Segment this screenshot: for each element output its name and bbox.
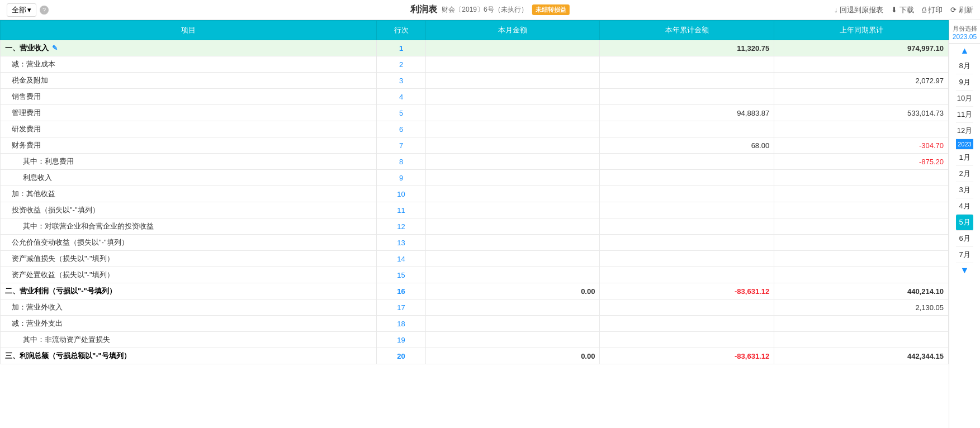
table-row: 财务费用768.00-304.70 <box>1 137 949 154</box>
row-name-cell: 其中：对联营企业和合营企业的投资收益 <box>1 218 377 235</box>
ytd-cell <box>600 89 774 105</box>
row-number-cell: 3 <box>377 73 425 89</box>
row-name-cell: 其中：非流动资产处置损失 <box>1 332 377 348</box>
ytd-cell <box>600 202 774 218</box>
row-name-cell: 三、利润总额（亏损总额以"-"号填列） <box>1 348 377 364</box>
row-number-cell: 20 <box>377 348 425 364</box>
col-header-name: 项目 <box>1 21 377 40</box>
month-item[interactable]: 10月 <box>956 91 973 107</box>
month-sidebar-title: 月份选择 2023.05 <box>949 22 980 44</box>
row-name-cell: 销售费用 <box>1 89 377 105</box>
current-month-cell: 0.00 <box>425 283 600 299</box>
current-month-cell: 0.00 <box>425 348 600 364</box>
row-name-cell: 减：营业外支出 <box>1 316 377 332</box>
row-number-cell: 5 <box>377 105 425 121</box>
month-down-arrow[interactable]: ▼ <box>949 263 980 278</box>
month-up-arrow[interactable]: ▲ <box>949 44 980 58</box>
ytd-cell: 94,883.87 <box>600 105 774 121</box>
chevron-down-icon: ▾ <box>27 6 31 14</box>
table-row: 其中：非流动资产处置损失19 <box>1 332 949 348</box>
month-item[interactable]: 5月 <box>956 215 973 231</box>
row-name-cell: 资产处置收益（损失以"-"填列） <box>1 267 377 283</box>
prior-year-cell: 2,072.97 <box>774 73 949 89</box>
edit-icon[interactable]: ✎ <box>52 44 58 52</box>
prior-year-cell <box>774 218 949 235</box>
ytd-cell <box>600 154 774 170</box>
table-row: 资产处置收益（损失以"-"填列）15 <box>1 267 949 283</box>
month-item[interactable]: 9月 <box>956 74 973 91</box>
col-header-current: 本月金额 <box>425 21 600 40</box>
current-month-cell <box>425 299 600 316</box>
top-bar: 全部 ▾ ? 利润表 财会〔2019〕6号（未执行） 未结转损益 ↓ 回退到原报… <box>0 0 980 20</box>
print-button[interactable]: ⎙ 打印 <box>922 5 943 15</box>
main-container: 项目 行次 本月金额 本年累计金额 上年同期累计 一、营业收入✎111,320.… <box>0 20 980 428</box>
table-row: 管理费用594,883.87533,014.73 <box>1 105 949 121</box>
current-month-cell <box>425 251 600 267</box>
ytd-cell <box>600 267 774 283</box>
ytd-cell <box>600 56 774 73</box>
row-name-cell: 管理费用 <box>1 105 377 121</box>
ytd-cell <box>600 316 774 332</box>
current-month-cell <box>425 56 600 73</box>
prior-year-cell: 533,014.73 <box>774 105 949 121</box>
row-name-cell: 加：营业外收入 <box>1 299 377 316</box>
prior-year-cell <box>774 202 949 218</box>
month-item[interactable]: 8月 <box>956 58 973 74</box>
row-name-cell: 研发费用 <box>1 121 377 137</box>
prior-year-cell <box>774 170 949 186</box>
current-month-cell <box>425 105 600 121</box>
row-number-cell: 11 <box>377 202 425 218</box>
refresh-button[interactable]: ⟳ 刷新 <box>950 5 973 15</box>
ytd-cell <box>600 73 774 89</box>
prior-year-cell: 974,997.10 <box>774 40 949 56</box>
month-item[interactable]: 4月 <box>956 198 973 215</box>
month-item[interactable]: 2023 <box>956 139 973 150</box>
ytd-cell <box>600 121 774 137</box>
all-button[interactable]: 全部 ▾ <box>7 3 36 17</box>
prior-year-cell: 2,130.05 <box>774 299 949 316</box>
prior-year-cell <box>774 56 949 73</box>
current-month-cell <box>425 186 600 202</box>
ytd-cell <box>600 170 774 186</box>
current-month-cell <box>425 332 600 348</box>
row-name-cell: 加：其他收益 <box>1 186 377 202</box>
current-month-cell <box>425 316 600 332</box>
month-item[interactable]: 6月 <box>956 231 973 247</box>
prior-year-cell <box>774 186 949 202</box>
row-name-cell: 财务费用 <box>1 137 377 154</box>
prior-year-cell <box>774 316 949 332</box>
month-item[interactable]: 12月 <box>956 123 973 139</box>
month-item[interactable]: 11月 <box>956 107 973 123</box>
back-button[interactable]: ↓ 回退到原报表 <box>834 5 883 15</box>
month-item[interactable]: 1月 <box>956 150 973 166</box>
month-item[interactable]: 3月 <box>956 182 973 198</box>
report-title: 利润表 <box>410 4 437 16</box>
page-title-area: 利润表 财会〔2019〕6号（未执行） 未结转损益 <box>410 4 569 16</box>
row-number-cell: 17 <box>377 299 425 316</box>
table-row: 加：营业外收入172,130.05 <box>1 299 949 316</box>
current-month-cell <box>425 235 600 251</box>
table-row: 研发费用6 <box>1 121 949 137</box>
month-item[interactable]: 2月 <box>956 166 973 182</box>
help-icon[interactable]: ? <box>40 6 49 15</box>
row-name-cell: 税金及附加 <box>1 73 377 89</box>
row-name-cell: 资产减值损失（损失以"-"填列） <box>1 251 377 267</box>
row-number-cell: 10 <box>377 186 425 202</box>
row-name-cell: 减：营业成本 <box>1 56 377 73</box>
table-row: 投资收益（损失以"-"填列）11 <box>1 202 949 218</box>
table-row: 减：营业成本2 <box>1 56 949 73</box>
row-number-cell: 18 <box>377 316 425 332</box>
table-row: 二、营业利润（亏损以"-"号填列）160.00-83,631.12440,214… <box>1 283 949 299</box>
current-month-cell <box>425 137 600 154</box>
row-number-cell: 4 <box>377 89 425 105</box>
table-row: 加：其他收益10 <box>1 186 949 202</box>
table-row: 三、利润总额（亏损总额以"-"号填列）200.00-83,631.12442,3… <box>1 348 949 364</box>
month-item[interactable]: 7月 <box>956 247 973 263</box>
row-number-cell: 2 <box>377 56 425 73</box>
table-row: 税金及附加32,072.97 <box>1 73 949 89</box>
table-row: 销售费用4 <box>1 89 949 105</box>
download-button[interactable]: ⬇ 下载 <box>891 5 914 15</box>
row-number-cell: 12 <box>377 218 425 235</box>
row-name-cell: 二、营业利润（亏损以"-"号填列） <box>1 283 377 299</box>
prior-year-cell: -875.20 <box>774 154 949 170</box>
